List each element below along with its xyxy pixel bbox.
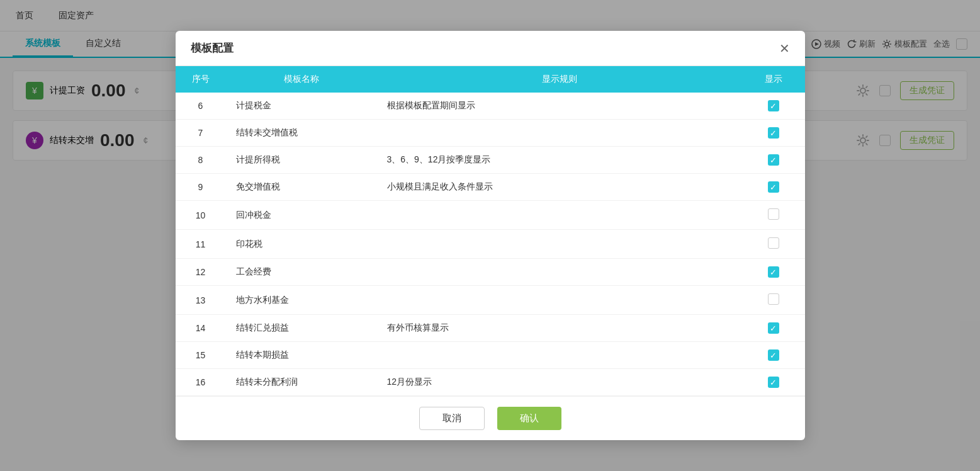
cell-rule-10: 12月份显示 (377, 369, 742, 396)
confirm-button[interactable]: 确认 (497, 407, 561, 430)
modal-close-button[interactable]: ✕ (779, 42, 790, 55)
col-header-id: 序号 (176, 66, 226, 93)
cell-name-9: 结转本期损益 (226, 342, 377, 369)
cell-check-7[interactable] (742, 286, 805, 315)
table-row: 13 地方水利基金 (176, 286, 805, 315)
cell-rule-1 (377, 120, 742, 147)
cell-check-10[interactable] (742, 369, 805, 396)
cell-rule-2: 3、6、9、12月按季度显示 (377, 147, 742, 174)
table-row: 9 免交增值税 小规模且满足收入条件显示 (176, 174, 805, 201)
modal-overlay: 模板配置 ✕ 序号 模板名称 显示规则 显示 6 计提税金 根据模板配置期间显示 (0, 0, 980, 471)
cell-id-5: 11 (176, 230, 226, 259)
cell-id-4: 10 (176, 201, 226, 230)
table-row: 8 计提所得税 3、6、9、12月按季度显示 (176, 147, 805, 174)
table-row: 14 结转汇兑损益 有外币核算显示 (176, 315, 805, 342)
modal-table-container: 序号 模板名称 显示规则 显示 6 计提税金 根据模板配置期间显示 7 结转未交… (176, 66, 805, 396)
cell-name-10: 结转未分配利润 (226, 369, 377, 396)
template-config-modal: 模板配置 ✕ 序号 模板名称 显示规则 显示 6 计提税金 根据模板配置期间显示 (176, 31, 805, 440)
cell-check-8[interactable] (742, 315, 805, 342)
cell-rule-9 (377, 342, 742, 369)
cell-rule-0: 根据模板配置期间显示 (377, 93, 742, 120)
row-checkbox-3[interactable] (768, 181, 779, 193)
cell-check-3[interactable] (742, 174, 805, 201)
row-checkbox-1[interactable] (768, 127, 779, 139)
cell-id-10: 16 (176, 369, 226, 396)
cell-id-0: 6 (176, 93, 226, 120)
cell-name-8: 结转汇兑损益 (226, 315, 377, 342)
cancel-button[interactable]: 取消 (419, 407, 485, 430)
cell-name-7: 地方水利基金 (226, 286, 377, 315)
modal-footer: 取消 确认 (176, 396, 805, 440)
cell-name-0: 计提税金 (226, 93, 377, 120)
cell-id-1: 7 (176, 120, 226, 147)
modal-title: 模板配置 (191, 41, 234, 55)
cell-id-9: 15 (176, 342, 226, 369)
table-row: 7 结转未交增值税 (176, 120, 805, 147)
row-checkbox-8[interactable] (768, 322, 779, 334)
table-row: 16 结转未分配利润 12月份显示 (176, 369, 805, 396)
row-checkbox-7[interactable] (768, 293, 779, 305)
cell-rule-3: 小规模且满足收入条件显示 (377, 174, 742, 201)
table-row: 10 回冲税金 (176, 201, 805, 230)
cell-check-4[interactable] (742, 201, 805, 230)
table-row: 6 计提税金 根据模板配置期间显示 (176, 93, 805, 120)
cell-check-6[interactable] (742, 259, 805, 286)
row-checkbox-0[interactable] (768, 100, 779, 111)
row-checkbox-9[interactable] (768, 349, 779, 361)
row-checkbox-4[interactable] (768, 208, 779, 220)
table-row: 12 工会经费 (176, 259, 805, 286)
cell-check-0[interactable] (742, 93, 805, 120)
cell-rule-4 (377, 201, 742, 230)
cell-id-7: 13 (176, 286, 226, 315)
cell-name-4: 回冲税金 (226, 201, 377, 230)
cell-id-3: 9 (176, 174, 226, 201)
col-header-show: 显示 (742, 66, 805, 93)
row-checkbox-10[interactable] (768, 377, 779, 388)
table-row: 15 结转本期损益 (176, 342, 805, 369)
row-checkbox-6[interactable] (768, 266, 779, 278)
modal-header: 模板配置 ✕ (176, 31, 805, 66)
cell-rule-5 (377, 230, 742, 259)
cell-id-2: 8 (176, 147, 226, 174)
row-checkbox-5[interactable] (768, 237, 779, 249)
cell-name-1: 结转未交增值税 (226, 120, 377, 147)
cell-name-2: 计提所得税 (226, 147, 377, 174)
cell-rule-6 (377, 259, 742, 286)
cell-check-1[interactable] (742, 120, 805, 147)
cell-check-5[interactable] (742, 230, 805, 259)
col-header-rule: 显示规则 (377, 66, 742, 93)
cell-check-9[interactable] (742, 342, 805, 369)
row-checkbox-2[interactable] (768, 154, 779, 166)
cell-check-2[interactable] (742, 147, 805, 174)
cell-rule-8: 有外币核算显示 (377, 315, 742, 342)
cell-id-6: 12 (176, 259, 226, 286)
col-header-name: 模板名称 (226, 66, 377, 93)
cell-name-3: 免交增值税 (226, 174, 377, 201)
table-row: 11 印花税 (176, 230, 805, 259)
config-table: 序号 模板名称 显示规则 显示 6 计提税金 根据模板配置期间显示 7 结转未交… (176, 66, 805, 396)
cell-id-8: 14 (176, 315, 226, 342)
cell-name-6: 工会经费 (226, 259, 377, 286)
cell-rule-7 (377, 286, 742, 315)
cell-name-5: 印花税 (226, 230, 377, 259)
